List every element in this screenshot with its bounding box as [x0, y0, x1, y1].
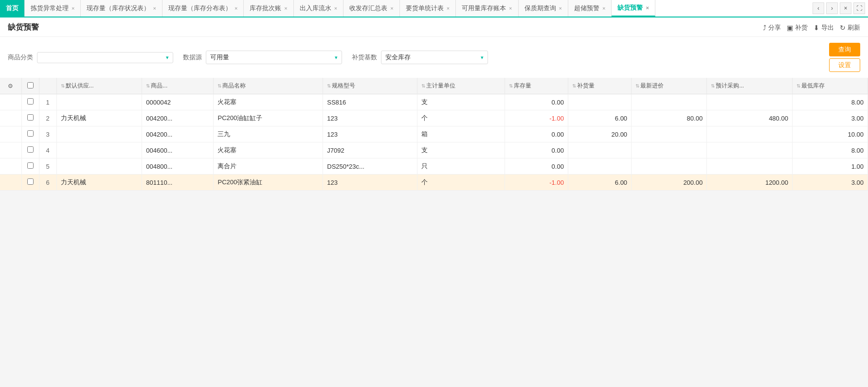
row-checkbox-cell[interactable] [21, 126, 39, 142]
col-min-stock-header[interactable]: ⇅最低库存 [792, 78, 868, 94]
tab-demand-stats-close[interactable]: × [447, 5, 450, 11]
col-product-name-header[interactable]: ⇅商品名称 [214, 78, 323, 94]
header-actions: ⤴ 分享 ▣ 补货 ⬇ 导出 ↻ 刷新 [763, 23, 860, 32]
tab-next-button[interactable]: › [826, 2, 838, 14]
row-product-code: 004800... [142, 158, 214, 175]
row-supplier: 力天机械 [56, 175, 142, 191]
row-checkbox[interactable] [27, 162, 34, 169]
col-stock-qty-header[interactable]: ⇅库存量 [505, 78, 568, 94]
tab-avail-ledger-close[interactable]: × [509, 5, 512, 11]
table-body: 1 0000042 火花塞 SS816 支 0.00 8.00 2 力天机械 0… [0, 94, 868, 191]
row-checkbox-cell[interactable] [21, 158, 39, 175]
replenish-icon: ▣ [787, 24, 793, 32]
tab-overstock[interactable]: 超储预警 × [568, 0, 612, 17]
row-latest-price: 80.00 [632, 110, 707, 126]
share-button[interactable]: ⤴ 分享 [763, 23, 781, 32]
settings-button[interactable]: 设置 [829, 58, 860, 72]
col-no-header [39, 78, 56, 94]
row-supplier [56, 94, 142, 110]
tab-inventory-status-close[interactable]: × [153, 5, 156, 11]
filter-actions: 查询 设置 [829, 43, 860, 72]
tab-inout-flow-close[interactable]: × [334, 5, 337, 11]
tab-batch-account[interactable]: 库存批次账 × [244, 0, 293, 17]
row-no: 1 [39, 94, 56, 110]
col-est-purchase-header[interactable]: ⇅预计采购... [707, 78, 793, 94]
replenish-base-chevron-icon: ▾ [481, 54, 484, 61]
row-product-code: 0000042 [142, 94, 214, 110]
row-unit: 个 [417, 175, 505, 191]
col-spec-header[interactable]: ⇅规格型号 [323, 78, 417, 94]
row-min-stock: 3.00 [792, 175, 868, 191]
row-checkbox-cell[interactable] [21, 110, 39, 126]
row-checkbox-cell[interactable] [21, 142, 39, 158]
tab-shortage[interactable]: 缺货预警 × [612, 0, 655, 17]
row-stock-qty: 0.00 [505, 126, 568, 142]
col-supplier-header[interactable]: ⇅默认供应... [56, 78, 142, 94]
row-supplier: 力天机械 [56, 110, 142, 126]
row-supplier [56, 126, 142, 142]
export-button[interactable]: ⬇ 导出 [814, 23, 834, 32]
row-no: 2 [39, 110, 56, 126]
tab-avail-ledger[interactable]: 可用量库存账本 × [456, 0, 518, 17]
tab-expiry-query-close[interactable]: × [559, 5, 562, 11]
tab-exception[interactable]: 拣货异常处理 × [25, 0, 81, 17]
row-replenish-qty: 20.00 [568, 126, 631, 142]
row-checkbox-cell[interactable] [21, 175, 39, 191]
row-checkbox[interactable] [27, 130, 34, 137]
tab-demand-stats[interactable]: 要货单统计表 × [400, 0, 456, 17]
row-no: 5 [39, 158, 56, 175]
refresh-button[interactable]: ↻ 刷新 [840, 23, 860, 32]
row-replenish-qty: 6.00 [568, 110, 631, 126]
tab-close-all-button[interactable]: × [840, 2, 851, 14]
row-unit: 个 [417, 110, 505, 126]
row-settings-cell [0, 94, 21, 110]
tab-receive-total[interactable]: 收发存汇总表 × [344, 0, 399, 17]
row-min-stock: 1.00 [792, 158, 868, 175]
tab-batch-account-close[interactable]: × [284, 5, 287, 11]
tab-receive-total-close[interactable]: × [390, 5, 393, 11]
row-product-name: 三九 [214, 126, 323, 142]
tab-overstock-close[interactable]: × [602, 5, 605, 11]
tab-home[interactable]: 首页 [0, 0, 25, 17]
replenish-base-select[interactable]: 安全库存 ▾ [381, 51, 488, 64]
replenish-button[interactable]: ▣ 补货 [787, 23, 808, 32]
col-replenish-qty-header[interactable]: ⇅补货量 [568, 78, 631, 94]
row-spec: J7092 [323, 142, 417, 158]
row-settings-cell [0, 142, 21, 158]
table-row: 4 004600... 火花塞 J7092 支 0.00 8.00 [0, 142, 868, 158]
row-latest-price [632, 158, 707, 175]
row-checkbox[interactable] [27, 178, 34, 185]
row-no: 4 [39, 142, 56, 158]
col-unit-header[interactable]: ⇅主计量单位 [417, 78, 505, 94]
row-checkbox-cell[interactable] [21, 94, 39, 110]
tab-prev-button[interactable]: ‹ [813, 2, 824, 14]
tab-inventory-dist[interactable]: 现存量（库存分布表） × [163, 0, 244, 17]
row-checkbox[interactable] [27, 114, 34, 121]
tab-inventory-status[interactable]: 现存量（库存状况表） × [81, 0, 162, 17]
page-title: 缺货预警 [8, 22, 39, 33]
tab-exception-close[interactable]: × [72, 5, 74, 11]
col-latest-price-header[interactable]: ⇅最新进价 [632, 78, 707, 94]
query-button[interactable]: 查询 [829, 43, 860, 56]
tab-inout-flow[interactable]: 出入库流水 × [294, 0, 344, 17]
row-unit: 支 [417, 94, 505, 110]
row-spec: 123 [323, 126, 417, 142]
row-latest-price [632, 94, 707, 110]
tab-fullscreen-button[interactable]: ⛶ [853, 2, 865, 14]
row-product-name: PC200张紧油缸 [214, 175, 323, 191]
select-all-checkbox[interactable] [27, 82, 34, 88]
row-est-purchase [707, 142, 793, 158]
tab-shortage-close[interactable]: × [646, 5, 649, 11]
row-settings-cell [0, 158, 21, 175]
col-product-code-header[interactable]: ⇅商品... [142, 78, 214, 94]
row-checkbox[interactable] [27, 98, 34, 105]
tab-expiry-query[interactable]: 保质期查询 × [519, 0, 568, 17]
row-checkbox[interactable] [27, 146, 34, 153]
datasource-select[interactable]: 可用量 ▾ [206, 51, 342, 64]
col-settings[interactable]: ⚙ [0, 78, 21, 94]
row-replenish-qty [568, 142, 631, 158]
tab-inventory-dist-close[interactable]: × [235, 5, 237, 11]
row-replenish-qty [568, 94, 631, 110]
row-no: 3 [39, 126, 56, 142]
category-select[interactable]: ▾ [37, 52, 173, 63]
